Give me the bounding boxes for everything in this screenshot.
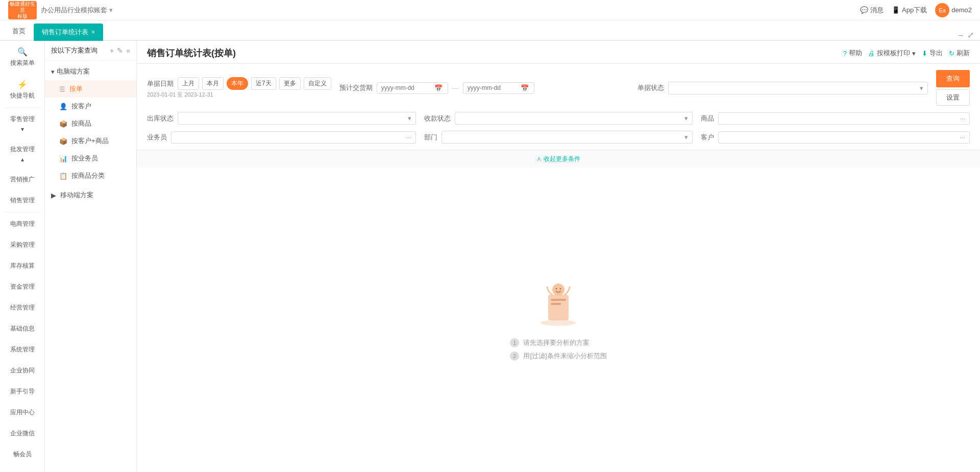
print-icon: 🖨 <box>868 50 875 57</box>
sidebar-item-inventory[interactable]: 库存核算 <box>0 255 44 276</box>
maximize-icon[interactable]: ⤢ <box>967 30 974 40</box>
more-date-btn[interactable]: 更多 <box>279 77 301 90</box>
topbar-left: 畅捷通好生意 标版 办公用品行业模拟账套 ▾ <box>8 1 113 19</box>
this-year-btn[interactable]: 本年 <box>227 77 248 90</box>
search-icon: 🔍 <box>17 47 28 57</box>
scheme-section-pc-header[interactable]: ▾ 电脑端方案 <box>45 63 136 80</box>
sidebar-wholesale-label: 批发管理 <box>10 145 35 154</box>
salesman-more-btn[interactable]: ··· <box>406 134 411 141</box>
filter-col-salesman: 业务员 ··· <box>147 131 416 144</box>
scheme-item-label-1: 按客户 <box>71 102 91 111</box>
sidebar-basic-label: 基础信息 <box>10 324 35 333</box>
sidebar-item-sales[interactable]: 销售管理 <box>0 190 44 211</box>
scheme-customer-goods-icon: 📦 <box>59 137 67 145</box>
goods-more-btn[interactable]: ··· <box>960 115 965 122</box>
message-label: 消息 <box>870 6 884 15</box>
collapse-label: 收起更多条件 <box>544 155 580 162</box>
refresh-label: 刷新 <box>957 49 970 58</box>
tab-home[interactable]: 首页 <box>4 22 34 41</box>
scheme-item-by-customer-goods[interactable]: 📦 按客户+商品 <box>45 132 136 150</box>
predict-date-end-wrapper[interactable]: 📅 <box>463 82 534 94</box>
app-download-btn[interactable]: 📱 App下载 <box>892 6 927 15</box>
sidebar-item-quick-nav[interactable]: ⚡ 快捷导航 <box>0 74 44 106</box>
sidebar-item-basic[interactable]: 基础信息 <box>0 318 44 339</box>
sidebar-item-system[interactable]: 系统管理 <box>0 339 44 360</box>
close-tab-icon[interactable]: × <box>91 29 95 36</box>
tabbar: 首页 销售订单统计表 × – ⤢ <box>0 20 980 41</box>
bill-status-label: 单据状态 <box>638 83 664 92</box>
export-btn[interactable]: ⬇ 导出 <box>922 49 943 58</box>
scheme-item-by-order[interactable]: ☰ 按单 <box>45 80 136 98</box>
scheme-panel-title: 按以下方案查询 <box>51 46 97 55</box>
avatar: Ea <box>935 3 949 17</box>
sidebar-purchase-label: 采购管理 <box>10 241 35 249</box>
help-btn[interactable]: ? 帮助 <box>843 49 862 58</box>
section-mobile-label: 移动端方案 <box>60 191 93 200</box>
content: 按以下方案查询 + ✎ « ▾ 电脑端方案 ☰ 按单 👤 按客户 <box>45 41 980 472</box>
sidebar-marketing-label: 营销推广 <box>10 175 35 184</box>
custom-date-btn[interactable]: 自定义 <box>304 77 331 90</box>
collapse-bar[interactable]: ∧ 收起更多条件 <box>137 150 980 168</box>
sidebar-item-ecommerce[interactable]: 电商管理 <box>0 214 44 234</box>
tab-sales-order[interactable]: 销售订单统计表 × <box>34 23 103 41</box>
scheme-item-by-goods[interactable]: 📦 按商品 <box>45 115 136 132</box>
sidebar-operation-label: 经营管理 <box>10 303 35 312</box>
scheme-item-by-category[interactable]: 📋 按商品分类 <box>45 167 136 184</box>
sidebar-item-member[interactable]: 畅会员 <box>0 444 44 465</box>
last-7days-btn[interactable]: 近7天 <box>251 77 276 90</box>
minimize-icon[interactable]: – <box>959 31 963 40</box>
section-pc-label: 电脑端方案 <box>57 67 90 76</box>
scheme-item-by-customer[interactable]: 👤 按客户 <box>45 98 136 115</box>
sidebar-item-wechat[interactable]: 企业微信 <box>0 423 44 444</box>
calendar-icon-end: 📅 <box>521 84 529 92</box>
filter-col-ship-status: 出库状态 ▾ <box>147 112 416 125</box>
predict-date-start[interactable] <box>381 84 432 91</box>
sidebar-item-appstore[interactable]: 应用中心 <box>0 402 44 423</box>
tip-num-2: 2 <box>510 351 519 361</box>
scheme-edit-btn[interactable]: ✎ <box>117 46 123 55</box>
scheme-item-label-0: 按单 <box>69 84 83 93</box>
scheme-section-mobile-header[interactable]: ▶ 移动端方案 <box>45 186 136 204</box>
empty-svg <box>533 279 584 331</box>
sidebar-item-finance[interactable]: 资金管理 <box>0 276 44 297</box>
settings-button[interactable]: 设置 <box>936 89 970 106</box>
sidebar-item-search[interactable]: 🔍 搜索菜单 <box>0 41 44 74</box>
sidebar-item-operation[interactable]: 经营管理 <box>0 297 44 318</box>
predict-date-start-wrapper[interactable]: 📅 <box>377 82 448 94</box>
payment-status-label: 收款状态 <box>424 114 451 123</box>
help-icon: ? <box>843 50 847 57</box>
scheme-add-btn[interactable]: + <box>110 46 114 55</box>
svg-point-6 <box>560 288 561 289</box>
filter-col-payment-status: 收款状态 ▾ <box>424 112 693 125</box>
sidebar-newbie-label: 新手引导 <box>10 387 35 396</box>
section-collapse-icon: ▾ <box>51 68 55 76</box>
sidebar-enterprise-label: 企业协同 <box>10 366 35 375</box>
sidebar-item-newbie[interactable]: 新手引导 <box>0 381 44 402</box>
print-btn[interactable]: 🖨 按模板打印 ▾ <box>868 49 916 58</box>
refresh-btn[interactable]: ↻ 刷新 <box>949 49 970 58</box>
sidebar-item-wholesale[interactable]: 批发管理 ▴ <box>0 139 44 169</box>
empty-tip-1: 1 请先选择要分析的方案 <box>510 338 606 347</box>
main-area: 销售订单统计表(按单) ? 帮助 🖨 按模板打印 ▾ ⬇ 导出 <box>137 41 980 472</box>
sidebar-item-marketing[interactable]: 营销推广 <box>0 169 44 190</box>
sidebar-item-enterprise[interactable]: 企业协同 <box>0 360 44 381</box>
filter-col-customer: 客户 ··· <box>701 131 970 144</box>
user-profile[interactable]: Ea demo2 <box>935 3 972 17</box>
query-button[interactable]: 查询 <box>936 70 970 87</box>
sidebar-item-retail[interactable]: 零售管理 ▾ <box>0 109 44 139</box>
this-month-btn[interactable]: 本月 <box>202 77 224 90</box>
predict-date-end[interactable] <box>468 84 519 91</box>
sidebar-inventory-label: 库存核算 <box>10 262 35 270</box>
message-btn[interactable]: 💬 消息 <box>860 6 884 15</box>
customer-more-btn[interactable]: ··· <box>960 134 965 141</box>
dept-chevron: ▾ <box>684 133 688 141</box>
scheme-collapse-btn[interactable]: « <box>126 46 130 55</box>
app-icon: 📱 <box>892 6 900 14</box>
sidebar-divider-2 <box>4 212 40 213</box>
last-month-btn[interactable]: 上月 <box>178 77 199 90</box>
workspace-dropdown-icon[interactable]: ▾ <box>109 6 113 14</box>
sidebar-finance-label: 资金管理 <box>10 282 35 291</box>
sidebar-item-purchase[interactable]: 采购管理 <box>0 234 44 255</box>
scheme-item-by-salesman[interactable]: 📊 按业务员 <box>45 150 136 167</box>
sidebar-ecommerce-label: 电商管理 <box>10 220 35 228</box>
